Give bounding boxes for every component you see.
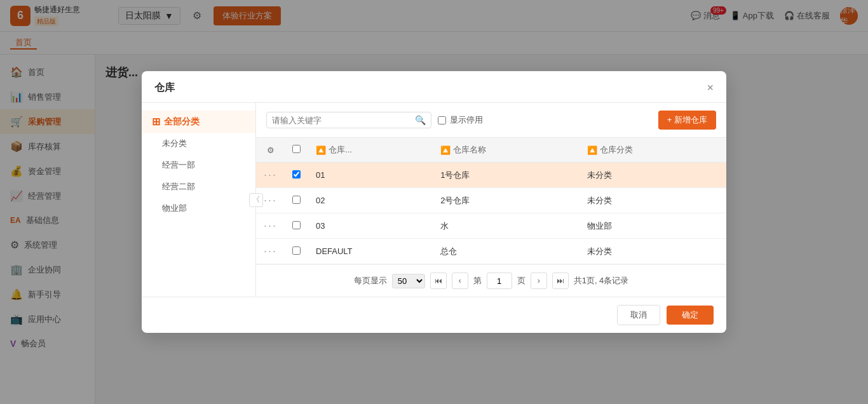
- total-label: 共1页, 4条记录: [574, 275, 629, 286]
- row-checkbox[interactable]: [292, 246, 301, 255]
- modal-title: 仓库: [154, 81, 175, 95]
- table-toolbar: 🔍 显示停用 + 新增仓库: [256, 103, 726, 138]
- row-checkbox[interactable]: [292, 221, 301, 229]
- table-row[interactable]: ··· DEFAULT 总仓 未分类: [256, 239, 726, 264]
- table-panel: 🔍 显示停用 + 新增仓库 ⚙: [256, 103, 726, 297]
- row-category: 未分类: [580, 239, 726, 264]
- first-page-btn[interactable]: ⏮: [430, 273, 447, 289]
- next-page-btn[interactable]: ›: [531, 273, 547, 289]
- show-disabled-wrap: 显示停用: [438, 114, 483, 126]
- modal-header: 仓库 ×: [142, 71, 726, 103]
- warehouse-table: ⚙ 🔼 仓库... 🔼: [256, 138, 726, 264]
- grid-icon: ⊞: [152, 116, 160, 128]
- th-warehouse-name[interactable]: 🔼 仓库名称: [433, 138, 580, 163]
- category-collapse-btn[interactable]: 《: [249, 193, 263, 207]
- row-code: 03: [308, 213, 433, 239]
- table-row[interactable]: ··· 03 水 物业部: [256, 213, 726, 239]
- cancel-btn[interactable]: 取消: [617, 305, 660, 325]
- modal-body: ⊞ 全部分类 未分类 经营一部 经营二部 物业部 《 🔍: [142, 103, 726, 297]
- prev-page-btn[interactable]: ‹: [452, 273, 468, 289]
- row-more[interactable]: ···: [256, 163, 285, 188]
- page-input[interactable]: [487, 273, 512, 289]
- category-all-btn[interactable]: ⊞ 全部分类: [142, 111, 255, 133]
- search-icon: 🔍: [415, 115, 426, 125]
- last-page-btn[interactable]: ⏭: [552, 273, 569, 289]
- category-operations1[interactable]: 经营一部: [142, 154, 255, 176]
- table-wrap: ⚙ 🔼 仓库... 🔼: [256, 138, 726, 264]
- row-checkbox[interactable]: [292, 170, 301, 178]
- row-name: 总仓: [433, 239, 580, 264]
- per-page-label: 每页显示: [354, 275, 387, 286]
- per-page-select[interactable]: 50 20 100: [392, 274, 425, 288]
- select-all-checkbox[interactable]: [292, 145, 301, 153]
- row-code: DEFAULT: [308, 239, 433, 264]
- row-name: 1号仓库: [433, 163, 580, 188]
- row-checkbox[interactable]: [292, 196, 301, 204]
- show-disabled-checkbox[interactable]: [438, 116, 446, 125]
- row-category: 未分类: [580, 163, 726, 188]
- show-disabled-label: 显示停用: [450, 114, 483, 126]
- sort-cat-icon: 🔼: [587, 145, 597, 155]
- sort-icon: 🔼: [316, 145, 326, 155]
- pagination: 每页显示 50 20 100 ⏮ ‹ 第 页 › ⏭ 共1页, 4条记录: [256, 264, 726, 297]
- category-operations2[interactable]: 经营二部: [142, 176, 255, 198]
- row-more[interactable]: ···: [256, 239, 285, 264]
- search-input[interactable]: [272, 116, 411, 125]
- table-header-row: ⚙ 🔼 仓库... 🔼: [256, 138, 726, 163]
- modal-overlay: 仓库 × ⊞ 全部分类 未分类 经营一部 经营二部 物业部 《: [0, 0, 868, 404]
- sort-name-icon: 🔼: [440, 145, 451, 155]
- table-row[interactable]: ··· 01 1号仓库 未分类: [256, 163, 726, 188]
- th-gear[interactable]: ⚙: [256, 138, 285, 163]
- warehouse-modal: 仓库 × ⊞ 全部分类 未分类 经营一部 经营二部 物业部 《: [142, 71, 726, 333]
- row-check[interactable]: [285, 239, 308, 264]
- confirm-btn[interactable]: 确定: [667, 306, 714, 325]
- category-property[interactable]: 物业部: [142, 198, 255, 219]
- category-all-label: 全部分类: [164, 116, 200, 128]
- modal-close-btn[interactable]: ×: [707, 81, 714, 95]
- row-category: 未分类: [580, 188, 726, 213]
- row-check[interactable]: [285, 163, 308, 188]
- modal-footer: 取消 确定: [142, 297, 726, 333]
- row-check[interactable]: [285, 213, 308, 239]
- add-warehouse-btn[interactable]: + 新增仓库: [658, 111, 716, 130]
- row-code: 01: [308, 163, 433, 188]
- row-code: 02: [308, 188, 433, 213]
- row-name: 水: [433, 213, 580, 239]
- category-panel: ⊞ 全部分类 未分类 经营一部 经营二部 物业部 《: [142, 103, 256, 297]
- table-row[interactable]: ··· 02 2号仓库 未分类: [256, 188, 726, 213]
- search-input-wrap: 🔍: [266, 112, 431, 128]
- th-warehouse-code[interactable]: 🔼 仓库...: [308, 138, 433, 163]
- th-check[interactable]: [285, 138, 308, 163]
- category-unclassified[interactable]: 未分类: [142, 133, 255, 154]
- th-warehouse-category[interactable]: 🔼 仓库分类: [580, 138, 726, 163]
- row-more[interactable]: ···: [256, 213, 285, 239]
- page-unit: 页: [517, 275, 526, 286]
- row-check[interactable]: [285, 188, 308, 213]
- row-name: 2号仓库: [433, 188, 580, 213]
- page-label: 第: [473, 275, 482, 286]
- row-category: 物业部: [580, 213, 726, 239]
